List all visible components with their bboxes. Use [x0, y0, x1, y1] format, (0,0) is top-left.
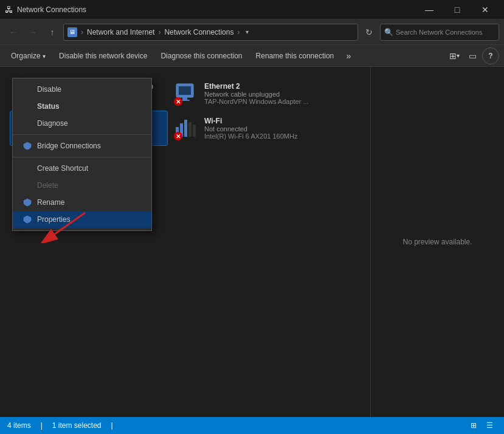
- organize-button[interactable]: Organize ▾: [5, 47, 52, 64]
- ctx-separator1: [13, 134, 151, 135]
- svg-rect-17: [188, 122, 192, 137]
- ctx-bridge-connections[interactable]: Bridge Connections: [13, 137, 151, 154]
- title-bar-controls: — □ ✕: [415, 0, 499, 19]
- breadcrumb-network-internet[interactable]: Network and Internet: [87, 28, 154, 36]
- context-menu: Disable Status Diagnose Bridge Connectio…: [12, 78, 152, 231]
- ctx-disable[interactable]: Disable: [13, 81, 151, 98]
- status-separator2: |: [111, 421, 113, 430]
- properties-shield-icon: [22, 215, 32, 224]
- app-icon: 🖧: [5, 5, 13, 15]
- back-button[interactable]: ←: [5, 24, 22, 41]
- svg-rect-8: [182, 97, 187, 100]
- delete-icon: [22, 181, 32, 190]
- network-item-ethernet2[interactable]: ✕ Ethernet 2 Network cable unplugged TAP…: [168, 77, 361, 111]
- rename-shield-icon: [22, 198, 32, 207]
- breadcrumb-network-connections[interactable]: Network Connections: [164, 28, 233, 36]
- search-box[interactable]: 🔍 Search Network Connections: [380, 24, 499, 41]
- toolbar: Organize ▾ Disable this network device D…: [0, 45, 504, 67]
- ethernet2-status: Network cable unplugged: [204, 91, 354, 98]
- breadcrumb-separator3: ›: [237, 28, 240, 36]
- breadcrumb-system-icon: 🖥: [67, 27, 77, 37]
- ethernet2-error-badge: ✕: [174, 97, 182, 106]
- up-button[interactable]: ↑: [44, 24, 61, 41]
- view-buttons: ⊞ ▾ ▭ ?: [446, 47, 499, 64]
- status-view-buttons: ⊞ ☰: [466, 419, 497, 432]
- wifi-error-badge: ✕: [174, 132, 182, 140]
- status-icon: [22, 102, 32, 111]
- window-title: Network Connections: [17, 5, 86, 14]
- status-grid-view-button[interactable]: ⊞: [466, 419, 481, 432]
- svg-rect-18: [193, 125, 196, 137]
- status-separator1: |: [41, 421, 43, 430]
- wifi-device: Intel(R) Wi-Fi 6 AX201 160MHz: [204, 133, 354, 140]
- maximize-button[interactable]: □: [443, 0, 471, 19]
- forward-button[interactable]: →: [24, 24, 41, 41]
- disable-device-button[interactable]: Disable this network device: [53, 47, 153, 64]
- network-item-wifi[interactable]: ✕ Wi-Fi Not connected Intel(R) Wi-Fi 6 A…: [168, 111, 361, 146]
- grid-view-icon: ⊞: [449, 51, 457, 61]
- selected-count: 1 item selected: [52, 421, 102, 430]
- ctx-status[interactable]: Status: [13, 98, 151, 115]
- ctx-delete: Delete: [13, 177, 151, 194]
- address-bar: ← → ↑ 🖥 › Network and Internet › Network…: [0, 19, 504, 45]
- layout-button[interactable]: ▭: [464, 47, 481, 64]
- view-toggle-button[interactable]: ⊞ ▾: [446, 47, 463, 64]
- ctx-diagnose[interactable]: Diagnose: [13, 115, 151, 132]
- search-placeholder: Search Network Connections: [396, 29, 482, 36]
- wifi-name: Wi-Fi: [204, 117, 354, 125]
- search-icon: 🔍: [384, 28, 393, 36]
- breadcrumb-dropdown-arrow[interactable]: ▾: [246, 29, 249, 35]
- svg-rect-7: [179, 86, 191, 95]
- create-shortcut-icon: [22, 164, 32, 173]
- wifi-icon-wrapper: ✕: [174, 116, 198, 140]
- minimize-button[interactable]: —: [415, 0, 443, 19]
- breadcrumb-separator1: ›: [81, 28, 83, 36]
- ethernet2-network-info: Ethernet 2 Network cable unplugged TAP-N…: [204, 82, 354, 105]
- no-preview-text: No preview available.: [402, 238, 472, 246]
- more-options-button[interactable]: »: [341, 47, 356, 64]
- item-count: 4 items: [7, 421, 31, 430]
- ethernet2-icon-wrapper: ✕: [174, 81, 198, 106]
- title-bar-left: 🖧 Network Connections: [5, 5, 86, 15]
- ethernet2-device: TAP-NordVPN Windows Adapter ...: [204, 98, 354, 105]
- title-bar: 🖧 Network Connections — □ ✕: [0, 0, 504, 19]
- view-dropdown-arrow-icon: ▾: [457, 52, 460, 59]
- breadcrumb-separator2: ›: [158, 28, 161, 36]
- refresh-button[interactable]: ↻: [361, 24, 378, 41]
- rename-button[interactable]: Rename this connection: [250, 47, 340, 64]
- layout-icon: ▭: [469, 51, 477, 61]
- status-bar: 4 items | 1 item selected | ⊞ ☰: [0, 417, 504, 434]
- ctx-separator2: [13, 157, 151, 157]
- diagnose-button[interactable]: Diagnose this connection: [154, 47, 248, 64]
- close-button[interactable]: ✕: [471, 0, 499, 19]
- svg-rect-16: [184, 120, 187, 137]
- preview-panel: No preview available.: [370, 67, 504, 417]
- ctx-properties[interactable]: Properties: [13, 211, 151, 228]
- ctx-create-shortcut[interactable]: Create Shortcut: [13, 160, 151, 177]
- diagnose-icon: [22, 119, 32, 128]
- ctx-rename[interactable]: Rename: [13, 194, 151, 211]
- wifi-network-info: Wi-Fi Not connected Intel(R) Wi-Fi 6 AX2…: [204, 117, 354, 140]
- breadcrumb-bar[interactable]: 🖥 › Network and Internet › Network Conne…: [63, 24, 358, 41]
- status-list-view-button[interactable]: ☰: [482, 419, 497, 432]
- disable-icon: [22, 84, 32, 94]
- help-button[interactable]: ?: [482, 47, 499, 64]
- wifi-status: Not connected: [204, 125, 354, 133]
- ethernet2-name: Ethernet 2: [204, 82, 354, 91]
- bridge-shield-icon: [22, 141, 32, 151]
